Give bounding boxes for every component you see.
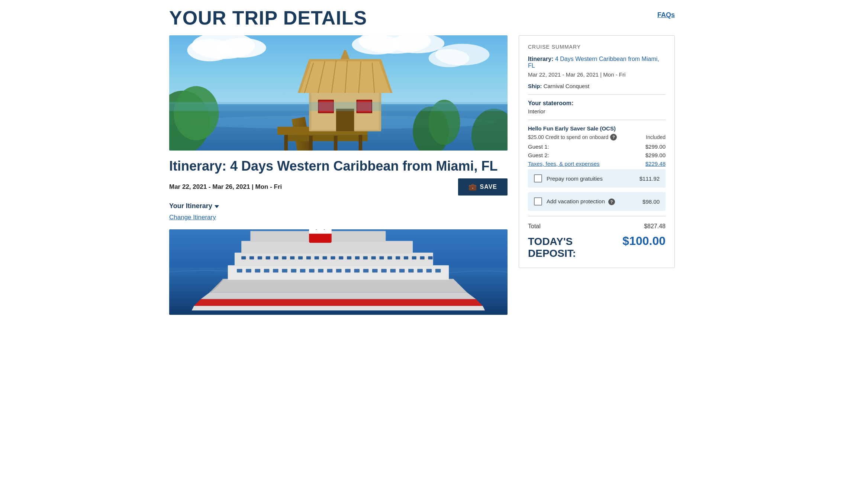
cruise-summary-title: CRUISE SUMMARY [528,44,666,50]
svg-rect-66 [417,269,423,273]
svg-rect-73 [274,256,278,259]
summary-dates: Mar 22, 2021 - Mar 26, 2021 | Mon - Fri [528,71,666,78]
svg-rect-77 [306,256,311,259]
svg-rect-83 [355,256,360,259]
deposit-row: TODAY'S DEPOSIT: $100.00 [528,234,666,259]
taxes-price: $229.48 [645,161,666,167]
stateroom-section: Your stateroom: Interior [528,100,666,114]
deposit-label: TODAY'S DEPOSIT: [528,236,622,259]
summary-itinerary-row: Itinerary: 4 Days Western Caribbean from… [528,56,666,69]
credit-included: Included [646,134,666,140]
vacation-protection-section: Add vacation protection ? $98.00 [528,192,666,211]
faqs-link[interactable]: FAQs [657,11,675,19]
guest2-price: $299.00 [645,152,666,158]
svg-point-10 [429,49,469,67]
svg-rect-81 [339,256,343,259]
svg-rect-78 [315,256,319,259]
svg-point-12 [174,86,219,140]
svg-rect-75 [290,256,294,259]
briefcase-icon: 💼 [468,183,477,191]
divider-2 [528,120,666,120]
svg-rect-61 [372,269,378,273]
prepay-gratuities-checkbox[interactable] [534,174,542,182]
itinerary-dates: Mar 22, 2021 - Mar 26, 2021 | Mon - Fri [169,183,282,191]
ship-image [169,229,508,315]
svg-rect-55 [318,269,323,273]
credit-label: $25.00 Credit to spend on onboard ? [528,134,617,140]
svg-rect-56 [327,269,333,273]
guest1-row: Guest 1: $299.00 [528,143,666,150]
save-button[interactable]: 💼 SAVE [458,178,508,196]
date-save-row: Mar 22, 2021 - Mar 26, 2021 | Mon - Fri … [169,178,508,196]
svg-rect-44 [241,241,413,254]
svg-rect-54 [309,269,315,273]
svg-rect-82 [347,256,351,259]
svg-point-5 [216,38,266,58]
svg-rect-89 [404,256,408,259]
svg-rect-64 [399,269,405,273]
svg-rect-85 [371,256,376,259]
deposit-amount: $100.00 [622,234,666,248]
svg-rect-53 [300,269,306,273]
svg-rect-86 [379,256,384,259]
svg-rect-72 [266,256,270,259]
vacation-help-icon[interactable]: ? [608,198,615,205]
svg-rect-47 [246,269,251,273]
svg-rect-60 [363,269,369,273]
svg-rect-76 [298,256,303,259]
svg-rect-90 [412,256,416,259]
svg-rect-92 [428,256,432,259]
guest2-row: Guest 2: $299.00 [528,152,666,158]
svg-rect-15 [286,135,367,141]
page-container: YOUR TRIP DETAILS FAQs [158,0,686,322]
stateroom-value: Interior [528,108,666,114]
svg-rect-74 [282,256,286,259]
total-price: $827.48 [644,223,666,230]
vacation-protection-label: Add vacation protection ? [547,198,615,205]
your-itinerary-link[interactable]: Your Itinerary [169,202,508,210]
svg-rect-71 [258,256,262,259]
svg-rect-46 [237,269,242,273]
main-layout: Itinerary: 4 Days Western Caribbean from… [169,35,675,315]
svg-rect-18 [334,136,338,151]
svg-rect-19 [359,135,363,151]
svg-rect-16 [284,135,288,151]
change-itinerary-link[interactable]: Change Itinerary [169,214,508,221]
svg-rect-26 [336,109,354,132]
svg-rect-88 [396,256,400,259]
svg-rect-51 [282,269,287,273]
prepay-gratuities-price: $111.92 [640,175,660,182]
svg-rect-84 [363,256,368,259]
page-title: YOUR TRIP DETAILS [169,7,367,29]
ship-value: Carnival Conquest [544,83,589,89]
itinerary-label: Itinerary: [528,56,553,62]
chevron-down-icon [215,205,219,208]
stateroom-label: Your stateroom: [528,100,666,107]
total-row: Total $827.48 [528,222,666,230]
ship-label: Ship: [528,83,542,89]
promo-credit-row: $25.00 Credit to spend on onboard ? Incl… [528,134,666,140]
vacation-protection-checkbox[interactable] [534,197,542,206]
your-itinerary-label: Your Itinerary [169,202,212,210]
save-button-label: SAVE [480,184,497,190]
svg-rect-48 [255,269,261,273]
summary-ship-row: Ship: Carnival Conquest [528,83,666,89]
svg-rect-87 [387,256,392,259]
credit-text: $25.00 Credit to spend on onboard [528,134,608,140]
prepay-gratuities-section: Prepay room gratuities $111.92 [528,169,666,188]
vacation-price: $98.00 [642,198,660,205]
svg-rect-49 [264,269,270,273]
left-column: Itinerary: 4 Days Western Caribbean from… [169,35,508,315]
svg-rect-91 [420,256,425,259]
prepay-gratuities-left: Prepay room gratuities [534,174,603,182]
guest2-label: Guest 2: [528,152,549,158]
total-label: Total [528,223,541,230]
svg-rect-68 [435,269,441,273]
taxes-link[interactable]: Taxes, fees, & port expenses [528,161,600,167]
help-icon[interactable]: ? [610,134,617,140]
cruise-summary-panel: CRUISE SUMMARY Itinerary: 4 Days Western… [519,35,675,268]
guest1-label: Guest 1: [528,143,549,150]
taxes-row[interactable]: Taxes, fees, & port expenses $229.48 [528,161,666,167]
divider-1 [528,94,666,95]
svg-rect-43 [235,253,433,266]
